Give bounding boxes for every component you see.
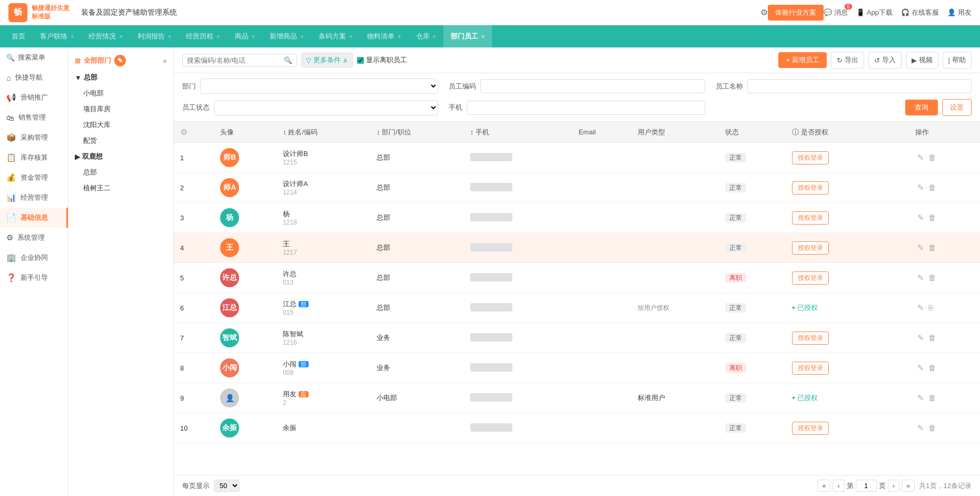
delete-icon[interactable]: 🗑 bbox=[926, 272, 938, 283]
edit-icon[interactable]: ✎ bbox=[915, 332, 926, 343]
video-button[interactable]: ▶ 视频 bbox=[906, 52, 938, 69]
add-employee-button[interactable]: + 新增员工 bbox=[778, 52, 826, 68]
query-button[interactable]: 查询 bbox=[905, 100, 938, 115]
message-button[interactable]: 💬 消息 6 bbox=[824, 8, 848, 17]
auth-login-button[interactable]: 授权登录 bbox=[792, 422, 829, 435]
close-icon[interactable]: × bbox=[168, 33, 171, 40]
tab-bom[interactable]: 物料清单× bbox=[360, 25, 408, 47]
edit-icon[interactable]: ✎ bbox=[915, 302, 926, 313]
reset-button[interactable]: 设置 bbox=[942, 99, 972, 116]
help-button[interactable]: | 帮助 bbox=[943, 52, 972, 69]
delete-icon[interactable]: 🗑 bbox=[926, 362, 938, 373]
trial-button[interactable]: 体验行业方案 bbox=[768, 5, 824, 21]
per-page-select[interactable]: 50 bbox=[214, 480, 240, 492]
dept-collapse-button[interactable]: « bbox=[163, 56, 167, 65]
online-service-button[interactable]: 🎧 在线客服 bbox=[901, 8, 939, 17]
filter-status-select[interactable] bbox=[214, 100, 438, 115]
dept-node-zhishu[interactable]: 植树王二 bbox=[68, 180, 173, 196]
auth-login-button[interactable]: 授权登录 bbox=[792, 271, 829, 285]
delete-icon[interactable]: 🗑 bbox=[926, 332, 938, 343]
edit-icon[interactable]: ✎ bbox=[915, 272, 926, 283]
edit-icon[interactable]: ✎ bbox=[915, 182, 926, 193]
show-resigned-checkbox[interactable] bbox=[357, 57, 364, 64]
sidebar-item-operation[interactable]: 📊 经营管理 bbox=[0, 188, 68, 208]
copy-icon[interactable]: ⎘ bbox=[926, 302, 935, 313]
tab-journey[interactable]: 经营历程× bbox=[179, 25, 227, 47]
delete-icon[interactable]: 🗑 bbox=[926, 212, 938, 223]
close-icon[interactable]: × bbox=[433, 33, 436, 40]
sidebar-item-shortcut[interactable]: ⌂ 快捷导航 bbox=[0, 67, 68, 87]
sidebar-item-system[interactable]: ⚙ 系统管理 bbox=[0, 228, 68, 248]
first-page-button[interactable]: « bbox=[817, 480, 830, 492]
close-icon[interactable]: × bbox=[119, 33, 122, 40]
col-phone[interactable]: ↕ 手机 bbox=[464, 122, 572, 143]
tab-home[interactable]: 首页 bbox=[4, 25, 33, 47]
delete-icon[interactable]: 🗑 bbox=[926, 392, 938, 403]
dept-node-shenyang[interactable]: 沈阳大库 bbox=[68, 117, 173, 133]
filter-name-input[interactable] bbox=[747, 79, 972, 93]
prev-page-button[interactable]: ‹ bbox=[833, 480, 844, 492]
edit-icon[interactable]: ✎ bbox=[915, 212, 926, 223]
auth-login-button[interactable]: 授权登录 bbox=[792, 211, 829, 225]
delete-icon[interactable]: 🗑 bbox=[926, 152, 938, 163]
close-icon[interactable]: × bbox=[252, 33, 255, 40]
filter-phone-input[interactable] bbox=[467, 101, 705, 115]
next-page-button[interactable]: › bbox=[888, 480, 899, 492]
sidebar-item-basic[interactable]: 📄 基础信息 bbox=[0, 208, 68, 228]
last-page-button[interactable]: » bbox=[902, 480, 915, 492]
tab-warehouse[interactable]: 仓库× bbox=[409, 25, 443, 47]
auth-login-button[interactable]: 授权登录 bbox=[792, 181, 829, 194]
user-button[interactable]: 👤 用友 bbox=[947, 8, 972, 17]
sidebar-item-finance[interactable]: 💰 资金管理 bbox=[0, 168, 68, 188]
sidebar-item-sales[interactable]: 🛍 销售管理 bbox=[0, 108, 68, 128]
auth-login-button[interactable]: 授权登录 bbox=[792, 151, 829, 164]
close-icon[interactable]: × bbox=[300, 33, 303, 40]
dept-node-xiaodian[interactable]: 小电部 bbox=[68, 85, 173, 101]
edit-icon[interactable]: ✎ bbox=[915, 242, 926, 253]
more-filter-button[interactable]: ▽ 更多条件 ∧ bbox=[301, 53, 353, 67]
auth-login-button[interactable]: 授权登录 bbox=[792, 362, 829, 375]
close-icon[interactable]: × bbox=[398, 33, 401, 40]
close-icon[interactable]: × bbox=[71, 33, 74, 40]
search-icon[interactable]: 🔍 bbox=[284, 56, 292, 64]
sidebar-item-purchase[interactable]: 📦 采购管理 bbox=[0, 128, 68, 148]
dept-edit-button[interactable]: ✎ bbox=[114, 55, 126, 66]
sidebar-item-inventory[interactable]: 📋 库存核算 bbox=[0, 148, 68, 168]
import-button[interactable]: ↺ 导入 bbox=[868, 52, 902, 69]
sidebar-item-marketing[interactable]: 📢 营销推广 bbox=[0, 87, 68, 108]
dept-node-zongbu2[interactable]: 总部 bbox=[68, 164, 173, 180]
tab-customer[interactable]: 客户联络× bbox=[33, 25, 81, 47]
edit-icon[interactable]: ✎ bbox=[915, 152, 926, 163]
delete-icon[interactable]: 🗑 bbox=[926, 422, 938, 433]
col-settings[interactable]: ⚙ bbox=[174, 122, 214, 143]
dept-node-xiangmu[interactable]: 项目库房 bbox=[68, 101, 173, 117]
export-button[interactable]: ↻ 导出 bbox=[831, 52, 864, 69]
auth-login-button[interactable]: 授权登录 bbox=[792, 241, 829, 255]
auth-login-button[interactable]: 授权登录 bbox=[792, 332, 829, 345]
dept-node-shuanglu[interactable]: ▶ 双鹿想 bbox=[68, 149, 173, 164]
tab-operation[interactable]: 经营情况× bbox=[81, 25, 130, 47]
edit-icon[interactable]: ✎ bbox=[915, 392, 926, 403]
settings-icon[interactable]: ⚙ bbox=[760, 7, 768, 17]
tab-goods[interactable]: 商品× bbox=[227, 25, 262, 47]
tab-employee[interactable]: 部门员工× bbox=[443, 25, 492, 47]
close-icon[interactable]: × bbox=[349, 33, 352, 40]
sidebar-item-enterprise[interactable]: 🏢 企业协同 bbox=[0, 248, 68, 268]
col-dept[interactable]: ↕ 部门/职位 bbox=[370, 122, 464, 143]
col-name[interactable]: ↕ 姓名/编码 bbox=[276, 122, 370, 143]
tab-add-goods[interactable]: 新增商品× bbox=[262, 25, 311, 47]
delete-icon[interactable]: 🗑 bbox=[926, 242, 938, 253]
edit-icon[interactable]: ✎ bbox=[915, 362, 926, 373]
sidebar-item-search[interactable]: 🔍 搜索菜单 bbox=[0, 47, 68, 67]
search-input[interactable] bbox=[187, 56, 282, 64]
edit-icon[interactable]: ✎ bbox=[915, 422, 926, 433]
filter-dept-select[interactable] bbox=[200, 79, 438, 94]
app-download-button[interactable]: 📱 App下载 bbox=[856, 8, 893, 17]
tab-profit[interactable]: 利润报告× bbox=[130, 25, 179, 47]
close-icon[interactable]: × bbox=[216, 33, 220, 40]
dept-node-peihuo[interactable]: 配货 bbox=[68, 133, 173, 149]
page-input[interactable] bbox=[856, 480, 877, 492]
filter-code-input[interactable] bbox=[480, 79, 705, 93]
sidebar-item-guide[interactable]: ❓ 新手引导 bbox=[0, 268, 68, 288]
close-icon[interactable]: × bbox=[481, 33, 484, 40]
